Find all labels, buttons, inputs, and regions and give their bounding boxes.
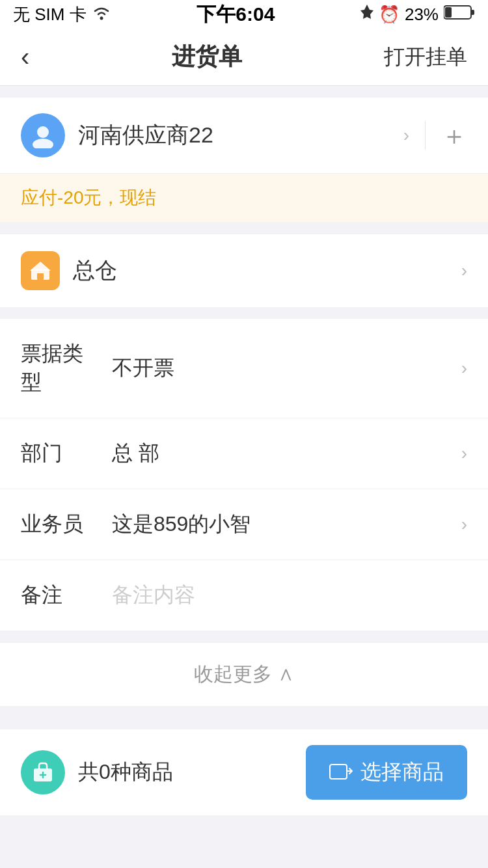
section-gap-2 <box>0 222 488 234</box>
product-bar: 共0种商品 选择商品 <box>0 729 488 815</box>
collapse-button[interactable]: 收起更多 ∧ <box>194 661 293 688</box>
department-row[interactable]: 部门 总 部 › <box>0 418 488 489</box>
department-value: 总 部 <box>112 439 461 468</box>
svg-point-0 <box>100 16 103 20</box>
back-button[interactable]: ‹ <box>21 42 29 72</box>
status-left: 无 SIM 卡 <box>13 3 111 26</box>
department-chevron-icon: › <box>461 443 467 464</box>
warehouse-name: 总仓 <box>73 256 461 286</box>
battery-icon <box>444 5 475 25</box>
collapse-section: 收起更多 ∧ <box>0 642 488 706</box>
remark-placeholder[interactable]: 备注内容 <box>112 581 467 610</box>
salesperson-row[interactable]: 业务员 这是859的小智 › <box>0 489 488 560</box>
warehouse-icon <box>21 251 60 290</box>
section-gap-1 <box>0 86 488 98</box>
ticket-type-label: 票据类型 <box>21 340 99 397</box>
salesperson-value: 这是859的小智 <box>112 510 461 539</box>
salesperson-chevron-icon: › <box>461 514 467 535</box>
remark-label: 备注 <box>21 581 99 610</box>
svg-point-5 <box>33 139 53 148</box>
svg-rect-2 <box>471 10 474 15</box>
ticket-type-row[interactable]: 票据类型 不开票 › <box>0 319 488 418</box>
svg-marker-7 <box>30 262 51 271</box>
status-right: ⏰ 23% <box>360 5 475 25</box>
remark-row[interactable]: 备注 备注内容 <box>0 560 488 631</box>
department-label: 部门 <box>21 439 99 468</box>
ticket-type-chevron-icon: › <box>461 358 467 379</box>
open-pending-button[interactable]: 打开挂单 <box>384 43 467 72</box>
svg-point-4 <box>37 126 49 138</box>
page-title: 进货单 <box>172 41 242 73</box>
nav-bar: ‹ 进货单 打开挂单 <box>0 29 488 86</box>
select-product-label: 选择商品 <box>360 758 444 787</box>
ticket-type-value: 不开票 <box>112 354 461 383</box>
supplier-chevron-icon: › <box>403 125 409 146</box>
sim-status: 无 SIM 卡 <box>13 3 87 26</box>
svg-rect-8 <box>37 273 44 280</box>
supplier-row[interactable]: 河南供应商22 › ＋ <box>0 98 488 174</box>
wifi-icon <box>92 5 111 25</box>
product-icon <box>21 750 65 794</box>
product-count-label: 共0种商品 <box>78 758 306 787</box>
salesperson-label: 业务员 <box>21 510 99 539</box>
battery-percent: 23% <box>405 5 439 25</box>
supplier-section: 河南供应商22 › ＋ 应付-20元，现结 <box>0 98 488 222</box>
svg-rect-10 <box>330 765 347 779</box>
supplier-avatar <box>21 113 65 157</box>
warehouse-section: 总仓 › <box>0 234 488 307</box>
warehouse-chevron-icon: › <box>461 260 467 281</box>
svg-rect-3 <box>445 7 452 18</box>
section-gap-3 <box>0 706 488 718</box>
select-product-button[interactable]: 选择商品 <box>306 745 467 800</box>
warehouse-row[interactable]: 总仓 › <box>0 234 488 307</box>
status-bar: 无 SIM 卡 下午6:04 ⏰ 23% <box>0 0 488 29</box>
supplier-notice: 应付-20元，现结 <box>0 174 488 222</box>
alarm-icon: ⏰ <box>379 5 400 25</box>
vertical-divider <box>425 121 426 150</box>
add-supplier-button[interactable]: ＋ <box>441 118 467 154</box>
location-icon <box>360 5 373 25</box>
status-time: 下午6:04 <box>197 1 275 28</box>
supplier-name: 河南供应商22 <box>78 120 403 150</box>
form-section: 票据类型 不开票 › 部门 总 部 › 业务员 这是859的小智 › 备注 备注… <box>0 319 488 631</box>
